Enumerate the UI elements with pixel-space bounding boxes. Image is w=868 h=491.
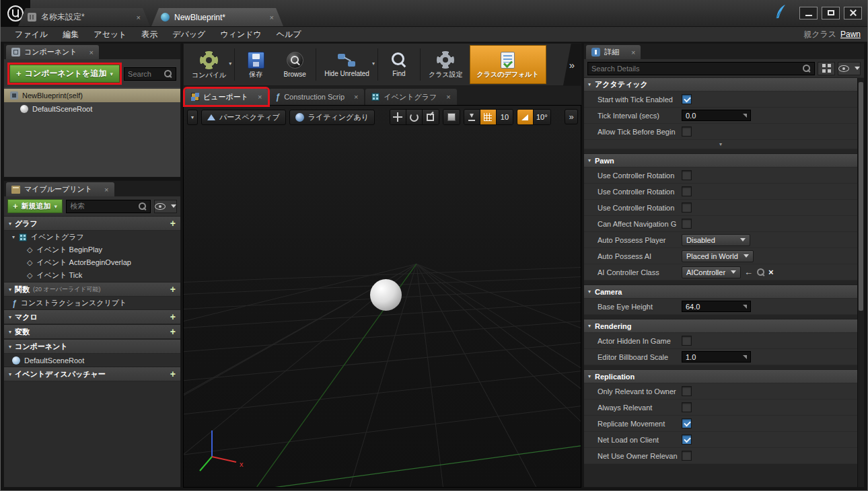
close-icon[interactable]: × (349, 93, 358, 101)
details-section-pawn[interactable]: ▾Pawn (584, 153, 857, 167)
close-icon[interactable]: × (99, 186, 108, 194)
toolbar-compile-button[interactable]: コンパイル▾ (185, 45, 233, 84)
maximize-button[interactable] (822, 7, 840, 20)
details-section-rendering[interactable]: ▾Rendering (584, 319, 857, 333)
details-section-actor-tick[interactable]: ▾アクタティック (584, 77, 857, 91)
mb-item-default-scene-root[interactable]: DefaultSceneRoot (4, 354, 180, 367)
number-input[interactable]: 64.0 (682, 301, 751, 312)
mb-item-event-tick[interactable]: ◇イベント Tick (4, 269, 180, 282)
coordinate-system-button[interactable] (443, 110, 460, 124)
surface-snap-button[interactable] (464, 110, 480, 124)
close-icon[interactable]: × (84, 48, 94, 56)
details-scrollbar[interactable] (857, 78, 864, 487)
menu-item-2[interactable]: 編集 (55, 28, 86, 42)
clear-icon[interactable]: × (768, 267, 774, 277)
rotation-snap-button[interactable] (517, 110, 534, 124)
close-icon[interactable]: × (626, 48, 635, 56)
checkbox[interactable] (682, 219, 692, 229)
translate-tool-button[interactable] (390, 110, 406, 124)
perspective-button[interactable]: パースペクティブ (201, 110, 286, 125)
sphere-mesh[interactable] (370, 279, 402, 311)
dropdown[interactable]: Disabled (682, 234, 750, 246)
viewport-toolbar-overflow-button[interactable]: » (565, 109, 578, 124)
menu-item-5[interactable]: デバッグ (165, 28, 213, 42)
add-icon[interactable]: + (170, 369, 176, 379)
viewport-options-button[interactable]: ▾ (187, 110, 198, 125)
toolbar-hide-unrelated-button[interactable]: Hide Unrelated▾ (318, 45, 376, 84)
mb-section-variables[interactable]: ▾変数+ (4, 324, 180, 339)
mb-item-event-beginplay[interactable]: ◇イベント BeginPlay (4, 243, 180, 256)
close-icon[interactable]: × (131, 13, 141, 22)
minimize-button[interactable] (799, 7, 818, 20)
reset-to-default-icon[interactable] (743, 114, 747, 118)
view-options-button[interactable] (154, 200, 177, 213)
details-section-camera[interactable]: ▾Camera (584, 285, 857, 299)
details-view-options-button[interactable] (838, 62, 861, 75)
toolbar-class-defaults-button[interactable]: クラスのデフォルト (470, 45, 546, 84)
checkbox[interactable] (682, 202, 692, 213)
mb-item-construction-script[interactable]: ƒコンストラクションスクリプト (4, 297, 180, 309)
mb-item-event-actorbeginoverlap[interactable]: ◇イベント ActorBeginOverlap (4, 256, 180, 269)
components-search-input[interactable]: Search (124, 67, 176, 81)
add-component-button[interactable]: + コンポーネントを追加 ▾ (9, 65, 120, 83)
add-new-button[interactable]: + 新規追加 ▾ (7, 199, 63, 213)
asset-tab-2[interactable]: NewBlueprint*× (151, 8, 283, 26)
menu-item-3[interactable]: アセット (86, 28, 134, 42)
toolbar-save-button[interactable]: 保存 (236, 45, 275, 84)
close-button[interactable] (844, 7, 862, 20)
my-blueprint-panel-tab[interactable]: マイブループリント × (6, 182, 114, 196)
close-icon[interactable]: × (264, 13, 274, 22)
mb-section-event-dispatchers[interactable]: ▾イベントディスパッチャー+ (4, 367, 180, 381)
toolbar-browse-button[interactable]: Browse (275, 45, 314, 84)
asset-tab-1[interactable]: 名称未設定*× (18, 8, 150, 26)
doc-tab-construction-script[interactable]: ƒConstruction Scrip× (269, 89, 364, 105)
component-item-newblueprint-self[interactable]: NewBlueprint(self) (4, 89, 180, 102)
components-panel-tab[interactable]: コンポーネント × (6, 45, 99, 59)
browse-icon[interactable] (756, 268, 765, 276)
checkbox[interactable] (682, 386, 692, 396)
close-icon[interactable]: × (441, 93, 450, 101)
checkbox[interactable] (682, 336, 692, 346)
dropdown[interactable]: Placed in World (682, 250, 754, 262)
details-search-input[interactable]: Search Details (587, 62, 815, 75)
menu-item-7[interactable]: ヘルプ (269, 28, 309, 42)
rotate-tool-button[interactable] (406, 110, 423, 124)
doc-tab-viewport[interactable]: ビューポート× (185, 89, 268, 105)
dropdown[interactable]: AIController (682, 266, 741, 278)
mb-section-components[interactable]: ▾コンポーネント (4, 339, 180, 354)
number-input[interactable]: 0.0 (682, 110, 751, 121)
scale-tool-button[interactable] (423, 110, 439, 124)
grid-snap-value[interactable]: 10 (497, 110, 513, 124)
component-item-default-scene-root[interactable]: DefaultSceneRoot (4, 102, 180, 116)
details-section-replication[interactable]: ▾Replication (584, 369, 857, 383)
scrollbar-thumb[interactable] (859, 82, 863, 311)
checkbox[interactable] (682, 435, 692, 445)
add-icon[interactable]: + (170, 312, 176, 322)
menu-item-6[interactable]: ウィンドウ (213, 28, 268, 42)
menu-item-4[interactable]: 表示 (134, 28, 165, 42)
grid-snap-button[interactable] (480, 110, 497, 124)
checkbox[interactable] (682, 451, 692, 461)
use-selected-asset-icon[interactable]: ← (744, 267, 753, 277)
add-icon[interactable]: + (170, 327, 176, 336)
parent-class-link[interactable]: Pawn (840, 30, 861, 39)
menu-item-1[interactable]: ファイル (7, 28, 55, 42)
close-icon[interactable]: × (252, 93, 262, 101)
add-icon[interactable]: + (170, 219, 176, 228)
checkbox[interactable] (682, 402, 692, 412)
toolbar-find-button[interactable]: Find (379, 45, 419, 84)
viewport-3d[interactable]: x ▾ パースペクティブ ライティングあり (183, 105, 581, 488)
reset-to-default-icon[interactable] (743, 305, 747, 309)
view-mode-button[interactable]: ライティングあり (289, 110, 375, 125)
details-panel-tab[interactable]: 詳細 × (586, 45, 641, 59)
checkbox[interactable] (682, 94, 692, 104)
toolbar-overflow-button[interactable]: » (563, 44, 581, 85)
mb-item-event-graph[interactable]: ▾イベントグラフ (4, 231, 180, 243)
checkbox[interactable] (682, 126, 692, 137)
tutorial-feather-icon[interactable] (774, 4, 786, 22)
reset-to-default-icon[interactable] (743, 355, 747, 359)
doc-tab-event-graph[interactable]: イベントグラフ× (365, 89, 456, 105)
mb-section-macros[interactable]: ▾マクロ+ (4, 309, 180, 324)
my-blueprint-search-input[interactable]: 検索 (66, 200, 151, 213)
mb-section-functions[interactable]: ▾関数(20 オーバーライド可能)+ (4, 282, 180, 297)
